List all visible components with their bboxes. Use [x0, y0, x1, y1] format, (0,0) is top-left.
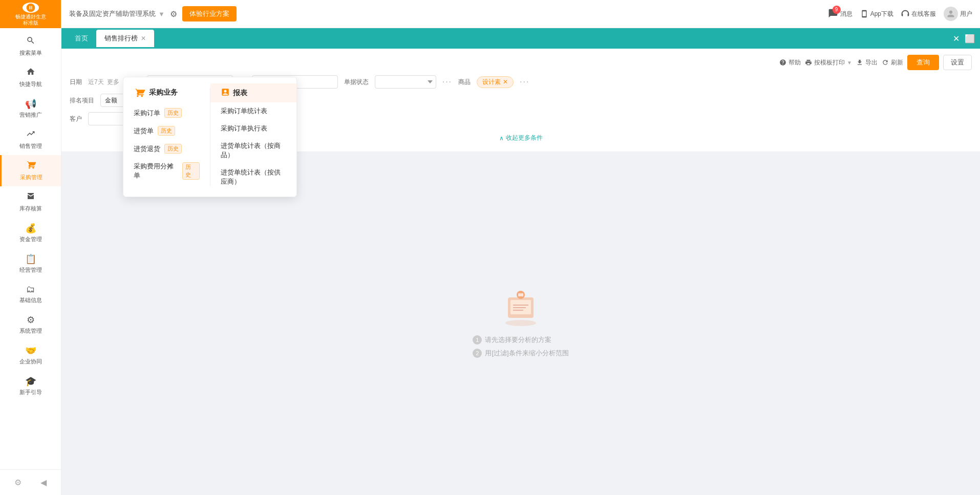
sidebar-item-search[interactable]: 搜索菜单	[0, 31, 61, 62]
sidebar-item-search-label: 搜索菜单	[19, 49, 42, 57]
hint-text-2: 用[过滤]条件来缩小分析范围	[485, 347, 568, 360]
phone-icon	[860, 10, 868, 18]
purchase-col-title: 采购业务	[149, 88, 178, 97]
operation-icon: 📋	[25, 253, 36, 265]
online-service-label: 在线客服	[911, 10, 936, 18]
dropdown-item-inbound[interactable]: 进货单 历史	[129, 122, 205, 140]
sidebar-item-sales[interactable]: 销售管理	[0, 124, 61, 155]
goods-tag: 设计素 ✕	[477, 76, 514, 88]
avatar	[944, 7, 958, 21]
system-icon: ⚙	[27, 314, 35, 326]
dropdown-item-inbound-label: 进货单	[134, 126, 154, 136]
sidebar-item-guide[interactable]: 🎓 新手引导	[0, 371, 61, 401]
refresh-label: 刷新	[891, 58, 903, 67]
purchase-col-header: 采购业务	[129, 83, 205, 104]
sidebar-item-marketing[interactable]: 📢 营销推广	[0, 93, 61, 124]
message-badge-wrap: 9	[828, 8, 838, 20]
dropdown-item-expense-label: 采购费用分摊单	[134, 162, 178, 180]
system-title-dropdown[interactable]: 装备及固定资产辅助管理系统 ▼	[69, 9, 165, 18]
finance-icon: 💰	[25, 223, 36, 234]
dropdown-item-expense[interactable]: 采购费用分摊单 历史	[129, 158, 205, 184]
dropdown-item-inbound-stat-supplier-label: 进货单统计表（按供应商）	[221, 168, 287, 186]
sidebar-item-finance[interactable]: 💰 资金管理	[0, 218, 61, 248]
filter-toolbar-row: 帮助 按模板打印 ▼ 导出 刷新 查询	[70, 55, 972, 70]
dropdown-item-inbound-stat-supplier[interactable]: 进货单统计表（按供应商）	[216, 164, 292, 190]
goods-tag-close[interactable]: ✕	[503, 78, 508, 85]
industry-btn[interactable]: 体验行业方案	[182, 6, 237, 21]
message-item[interactable]: 9 消息	[828, 8, 853, 20]
maximize-icon[interactable]: ⬜	[965, 34, 975, 44]
collab-icon: 🤝	[25, 345, 36, 356]
sidebar-item-inventory[interactable]: 库存核算	[0, 186, 61, 218]
status-select[interactable]	[375, 75, 436, 89]
sidebar-item-inventory-label: 库存核算	[19, 205, 42, 212]
goods-more-dots[interactable]: ···	[520, 77, 529, 87]
tab-sales-rank[interactable]: 销售排行榜 ✕	[96, 30, 154, 47]
sidebar-item-nav[interactable]: 快捷导航	[0, 62, 61, 93]
goods-label: 商品	[458, 78, 471, 87]
sidebar-item-operation[interactable]: 📋 经营管理	[0, 248, 61, 279]
empty-illustration	[495, 287, 546, 328]
inventory-icon	[26, 191, 35, 203]
user-label: 用户	[960, 10, 972, 18]
sidebar-item-collab[interactable]: 🤝 企业协同	[0, 340, 61, 371]
tab-sales-rank-label: 销售排行榜	[104, 34, 138, 43]
empty-state: 1 请先选择要分析的方案 2 用[过滤]条件来缩小分析范围	[61, 152, 980, 495]
collapse-up-icon: ∧	[499, 135, 504, 142]
basic-icon: 🗂	[26, 284, 35, 295]
goods-tag-text: 设计素	[482, 78, 501, 87]
settings-footer-icon[interactable]: ⚙	[14, 478, 22, 487]
close-window-icon[interactable]: ✕	[953, 34, 960, 44]
sidebar-item-basic[interactable]: 🗂 基础信息	[0, 279, 61, 309]
purchase-col-icon	[134, 87, 146, 99]
sidebar-item-guide-label: 新手引导	[19, 389, 42, 396]
sidebar-item-operation-label: 经营管理	[19, 266, 42, 274]
collapse-btn[interactable]: ∧ 收起更多条件	[499, 131, 543, 145]
print-dropdown-icon[interactable]: ▼	[847, 60, 852, 66]
dropdown-item-inbound-stat-goods[interactable]: 进货单统计表（按商品）	[216, 137, 292, 164]
service-icon	[901, 10, 909, 18]
date-preset-more[interactable]: 更多	[107, 78, 119, 87]
hint-num-2: 2	[473, 349, 482, 358]
hint-num-1: 1	[473, 335, 482, 345]
report-col-header: 报表	[210, 83, 297, 102]
print-label: 按模板打印	[814, 58, 845, 67]
dropdown-arrow-icon: ▼	[158, 10, 165, 18]
help-btn[interactable]: 帮助	[779, 58, 801, 67]
dropdown-col-report: 报表 采购订单统计表 采购订单执行表 进货单统计表（按商品） 进货单统计表（按供…	[210, 83, 297, 190]
sidebar-item-system[interactable]: ⚙ 系统管理	[0, 309, 61, 340]
dropdown-item-po-exec[interactable]: 采购订单执行表	[216, 120, 292, 137]
sidebar-item-marketing-label: 营销推广	[19, 111, 42, 119]
sidebar-item-sales-label: 销售管理	[19, 142, 42, 150]
status-more-dots[interactable]: ···	[442, 77, 452, 87]
tab-home[interactable]: 首页	[67, 30, 96, 47]
refresh-icon	[882, 59, 889, 66]
sidebar-item-basic-label: 基础信息	[19, 296, 42, 304]
dropdown-columns: 采购业务 采购订单 历史 进货单 历史 进货退货 历史	[123, 83, 296, 190]
settings-btn[interactable]: 设置	[943, 55, 972, 70]
settings-icon[interactable]: ⚙	[170, 9, 177, 19]
dropdown-item-po[interactable]: 采购订单 历史	[129, 104, 205, 122]
query-btn[interactable]: 查询	[907, 55, 939, 70]
collapse-icon[interactable]: ◀	[40, 478, 47, 487]
export-btn[interactable]: 导出	[856, 58, 878, 67]
report-col-title: 报表	[233, 89, 247, 98]
print-icon	[805, 59, 812, 66]
sidebar-item-purchase[interactable]: 采购管理	[0, 155, 61, 186]
user-item[interactable]: 用户	[944, 7, 972, 21]
sidebar-menu: 搜索菜单 快捷导航 📢 营销推广 销售管理 采购管理	[0, 28, 61, 469]
logo-text: 畅捷通好生意 标准版	[15, 14, 46, 26]
online-service-item[interactable]: 在线客服	[901, 10, 936, 18]
app-download-item[interactable]: App下载	[860, 10, 893, 18]
sidebar-footer: ⚙ ◀	[0, 469, 61, 495]
sales-icon	[26, 129, 35, 141]
dropdown-item-return[interactable]: 进货退货 历史	[129, 140, 205, 158]
purchase-dropdown-menu: 采购业务 采购订单 历史 进货单 历史 进货退货 历史	[123, 77, 297, 197]
guide-icon: 🎓	[25, 376, 36, 387]
tab-close-icon[interactable]: ✕	[141, 35, 146, 42]
date-preset-7d[interactable]: 近7天	[88, 78, 104, 87]
topbar-right: 9 消息 App下载 在线客服 用户	[828, 7, 972, 21]
dropdown-item-po-stat[interactable]: 采购订单统计表	[216, 102, 292, 120]
refresh-btn[interactable]: 刷新	[882, 58, 903, 67]
print-btn[interactable]: 按模板打印 ▼	[805, 58, 852, 67]
